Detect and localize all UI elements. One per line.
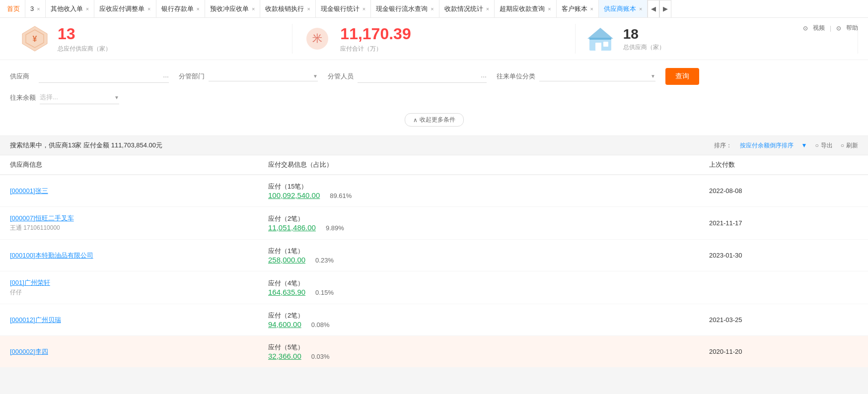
nav-tab-cash-flow-close[interactable]: × <box>431 6 434 12</box>
nav-tab-collection-stats-close[interactable]: × <box>486 6 489 12</box>
search-row-2: 往来余额 选择... ▼ <box>10 91 858 104</box>
nav-tab-other-income[interactable]: 其他收入单 × <box>46 0 94 18</box>
unit-class-select[interactable]: ▼ <box>539 71 655 81</box>
nav-tab-ar-adjustment-close[interactable]: × <box>147 6 150 12</box>
collapse-icon: ∧ <box>413 117 418 124</box>
tx-amount-2[interactable]: 258,000.00 <box>268 256 305 264</box>
supplier-dots[interactable]: ··· <box>163 72 169 80</box>
balance-field: 往来余额 选择... ▼ <box>10 91 149 104</box>
tx-label-2: 应付（1笔） <box>268 247 709 256</box>
nav-tab-overdue-close[interactable]: × <box>548 6 551 12</box>
result-bar: 搜索结果中，供应商13家 应付金额 111,703,854.00元 排序： 按应… <box>0 136 868 155</box>
supplier-sub-1: 王通 17106110000 <box>10 224 268 232</box>
tx-percent-3: 0.15% <box>315 289 334 296</box>
nav-tab-collection-stats[interactable]: 收款情况统计 × <box>439 0 495 18</box>
dept-dropdown-arrow: ▼ <box>313 73 318 79</box>
sort-value[interactable]: 按应付余额倒序排序 <box>740 141 794 150</box>
nav-tab-customer-ledger[interactable]: 客户账本 × <box>557 0 599 18</box>
nav-tab-ar-adjustment-label: 应收应付调整单 <box>99 4 145 13</box>
tx-label-5: 应付（5笔） <box>268 343 709 352</box>
nav-tab-bank-deposit[interactable]: 银行存款单 × <box>156 0 205 18</box>
supplier-link-5[interactable]: [000002]李四 <box>10 347 268 356</box>
supplier-link-0[interactable]: [000001]张三 <box>10 187 268 196</box>
nav-tab-ar-adjustment[interactable]: 应收应付调整单 × <box>94 0 156 18</box>
supplier-link-4[interactable]: [000012]广州贝瑞 <box>10 316 268 325</box>
result-summary: 搜索结果中，供应商13家 应付金额 111,703,854.00元 <box>10 141 162 150</box>
nav-tab-bank-deposit-label: 银行存款单 <box>161 4 194 13</box>
nav-tab-collection-close[interactable]: × <box>307 6 310 12</box>
nav-tab-cash-flow-label: 现金银行流水查询 <box>376 4 428 13</box>
nav-tab-cash-bank-stats[interactable]: 现金银行统计 × <box>316 0 371 18</box>
supplier-sub-3: 仔仔 <box>10 288 268 297</box>
tx-amount-4[interactable]: 94,600.00 <box>268 320 301 328</box>
supplier-input[interactable] <box>39 72 163 80</box>
nav-tab-home[interactable]: 首页 <box>2 0 25 18</box>
nav-tab-other-income-close[interactable]: × <box>86 6 89 12</box>
dept-select[interactable]: ▼ <box>209 71 318 81</box>
stat-total-suppliers-text: 18 总供应商（家） <box>623 26 665 52</box>
export-icon: ○ <box>815 142 819 149</box>
stats-bar: ¥ 13 总应付供应商（家） 米 11,170.39 应付合计（万） 18 总供… <box>0 18 868 60</box>
tx-percent-4: 0.08% <box>311 321 330 328</box>
help-icon: ⊙ <box>836 25 841 32</box>
person-dots[interactable]: ··· <box>481 72 487 80</box>
tx-amount-0[interactable]: 100,092,540.00 <box>268 191 320 199</box>
person-label: 分管人员 <box>328 72 354 81</box>
lastpay-cell-1: 2021-11-17 <box>709 219 858 227</box>
refresh-label: 刷新 <box>846 141 858 150</box>
tx-percent-1: 9.89% <box>326 224 344 232</box>
nav-tab-3-close[interactable]: × <box>37 6 40 12</box>
collapse-button[interactable]: ∧ 收起更多条件 <box>405 113 464 127</box>
nav-tab-prepaid[interactable]: 预收冲应收单 × <box>205 0 260 18</box>
supplier-cell-5: [000002]李四 <box>10 347 268 356</box>
export-button[interactable]: ○ 导出 <box>815 141 833 150</box>
supplier-link-3[interactable]: [001]广州荣轩 <box>10 278 268 287</box>
nav-tab-supplier-ledger-label: 供应商账本 <box>604 4 636 13</box>
sort-dropdown-arrow[interactable]: ▼ <box>801 142 807 149</box>
supplier-link-2[interactable]: [000100]本特勤油品有限公司 <box>10 251 268 260</box>
balance-select[interactable]: 选择... ▼ <box>40 91 119 104</box>
video-icon: ⊙ <box>803 25 808 32</box>
tx-amount-5[interactable]: 32,366.00 <box>268 352 301 360</box>
nav-next-arrow[interactable]: ▶ <box>659 0 671 18</box>
tx-label-3: 应付（4笔） <box>268 279 709 288</box>
tx-percent-5: 0.03% <box>311 353 330 360</box>
nav-tab-3[interactable]: 3 × <box>25 0 46 18</box>
stat-payable-suppliers: ¥ 13 总应付供应商（家） <box>10 24 292 54</box>
nav-tab-3-label: 3 <box>30 5 34 12</box>
sort-label: 排序： <box>714 141 732 150</box>
tx-percent-2: 0.23% <box>315 257 334 264</box>
video-link[interactable]: 视频 <box>813 24 825 32</box>
nav-prev-arrow[interactable]: ◀ <box>648 0 659 18</box>
nav-tab-overdue[interactable]: 超期应收款查询 × <box>495 0 556 18</box>
nav-tab-bank-deposit-close[interactable]: × <box>197 6 200 12</box>
supplier-link-1[interactable]: [000007]恒旺二手叉车 <box>10 214 268 223</box>
collapse-bar: ∧ 收起更多条件 <box>10 110 858 131</box>
query-button[interactable]: 查询 <box>665 68 699 85</box>
nav-tab-prepaid-close[interactable]: × <box>252 6 255 12</box>
tx-amount-1[interactable]: 11,051,486.00 <box>268 223 316 232</box>
supplier-field: 供应商 ··· <box>10 70 169 83</box>
svg-rect-8 <box>603 42 608 47</box>
nav-tab-cash-flow[interactable]: 现金银行流水查询 × <box>371 0 439 18</box>
person-input[interactable] <box>358 72 481 80</box>
unit-class-dropdown-arrow: ▼ <box>651 73 655 79</box>
table-row: [000002]李四 应付（5笔） 32,366.00 0.03% 2020-1… <box>0 336 868 368</box>
transaction-cell-1: 应付（2笔） 11,051,486.00 9.89% <box>268 214 709 232</box>
nav-tab-supplier-ledger-close[interactable]: × <box>639 6 642 12</box>
refresh-button[interactable]: ○ 刷新 <box>841 141 858 150</box>
help-link[interactable]: 帮助 <box>846 24 858 32</box>
nav-tab-customer-ledger-close[interactable]: × <box>590 6 593 12</box>
supplier-cell-3: [001]广州荣轩 仔仔 <box>10 278 268 297</box>
tx-amount-3[interactable]: 164,635.90 <box>268 288 305 296</box>
nav-tab-collection[interactable]: 收款核销执行 × <box>260 0 315 18</box>
supplier-cell-4: [000012]广州贝瑞 <box>10 316 268 325</box>
lastpay-cell-0: 2022-08-08 <box>709 187 858 195</box>
nav-tab-cash-bank-stats-close[interactable]: × <box>362 6 365 12</box>
transaction-cell-2: 应付（1笔） 258,000.00 0.23% <box>268 247 709 264</box>
dept-field: 分管部门 ▼ <box>179 71 318 81</box>
nav-tab-supplier-ledger[interactable]: 供应商账本 × <box>599 0 648 18</box>
supplier-cell-0: [000001]张三 <box>10 187 268 196</box>
balance-label: 往来余额 <box>10 93 36 102</box>
person-input-wrap: ··· <box>358 70 487 83</box>
